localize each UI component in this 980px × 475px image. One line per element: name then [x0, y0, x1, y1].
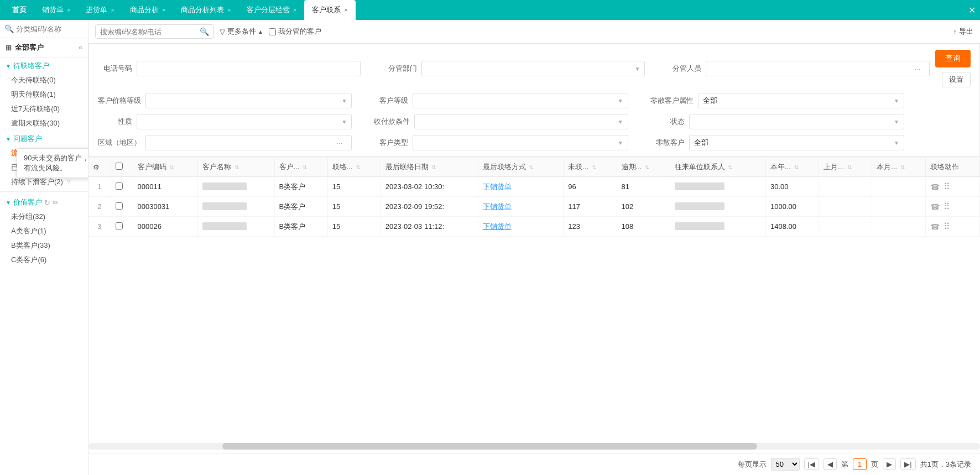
close-window-btn[interactable]: ✕	[968, 5, 976, 15]
close-contact-tab[interactable]: ×	[344, 7, 347, 13]
tab-product-analysis-list[interactable]: 商品分析列表 ×	[173, 0, 238, 20]
customer-type-select[interactable]: ▼	[413, 135, 628, 150]
payment-select[interactable]: ▼	[414, 114, 628, 129]
th-last-month[interactable]: 上月... ⇅	[819, 158, 872, 177]
sidebar-section-pending[interactable]: ▼ 待联络客户	[0, 58, 88, 73]
sidebar-item-tomorrow[interactable]: 明天待联络(1)	[0, 87, 88, 102]
row-last-method-2[interactable]: 下销货单	[478, 217, 564, 237]
th-code[interactable]: 客户编码 ⇅	[133, 158, 198, 177]
th-last-date[interactable]: 最后联络日期 ⇅	[380, 158, 478, 177]
sidebar-item-class-a[interactable]: A类客户(1)	[0, 224, 88, 238]
tab-customer-segment[interactable]: 客户分层经营 ×	[239, 0, 304, 20]
row-last-method-1[interactable]: 下销货单	[478, 197, 564, 217]
settings-btn[interactable]: 设置	[942, 72, 971, 87]
filter-customer-type: 客户类型 ▼	[374, 135, 628, 150]
phone-input[interactable]	[137, 61, 361, 76]
query-btn[interactable]: 查询	[935, 50, 971, 67]
zero-customer-select[interactable]: 全部 ▼	[689, 135, 904, 150]
row-contact-person-1	[670, 197, 765, 217]
row-code-2: 000026	[133, 217, 198, 237]
pagination: 每页显示 50 100 |◀ ◀ 第 1 页 ▶ ▶| 共1页，3条记录	[88, 453, 980, 475]
close-product-analysis-tab[interactable]: ×	[162, 7, 165, 13]
th-overdue[interactable]: 逾期... ⇅	[617, 158, 670, 177]
toolbar: 🔍 ▽ 更多条件 ▲ 我分管的客户 ↑ 导出	[88, 20, 980, 44]
filter-row-3: 性质 ▼ 收付款条件 ▼ 状态	[98, 114, 971, 129]
nature-select[interactable]: ▼	[137, 114, 352, 129]
sidebar-item-class-b[interactable]: B类客户(33)	[0, 238, 88, 253]
more-action-icon-1[interactable]: ⠿	[943, 202, 950, 211]
row-checkbox-0[interactable]	[111, 177, 133, 197]
th-this-month[interactable]: 本月... ⇅	[872, 158, 925, 177]
select-all-checkbox[interactable]	[116, 163, 123, 170]
search-box: 🔍	[95, 24, 214, 39]
th-uncontacted[interactable]: 未联... ⇅	[564, 158, 617, 177]
phone-action-icon-2[interactable]: ☎	[930, 222, 940, 231]
close-segment-tab[interactable]: ×	[293, 7, 296, 13]
th-name[interactable]: 客户名称 ⇅	[198, 158, 274, 177]
checkbox-th[interactable]	[111, 158, 133, 177]
first-page-btn[interactable]: |◀	[804, 458, 819, 470]
th-last-method[interactable]: 最后联络方式 ⇅	[478, 158, 564, 177]
grid-icon: ⊞	[6, 44, 12, 52]
price-grade-select[interactable]: ▼	[145, 93, 352, 108]
sidebar-item-class-c[interactable]: C类客户(6)	[0, 253, 88, 267]
next-page-btn[interactable]: ▶	[883, 458, 896, 470]
th-contact-count[interactable]: 联络... ⇅	[327, 158, 380, 177]
phone-action-icon-0[interactable]: ☎	[930, 182, 940, 191]
my-customers-checkbox[interactable]	[269, 28, 276, 35]
sidebar-item-7days[interactable]: 近7天待联络(0)	[0, 102, 88, 116]
tab-home[interactable]: 首页	[4, 0, 34, 20]
status-select[interactable]: ▼	[689, 114, 904, 129]
area-dots[interactable]: ···	[332, 139, 347, 147]
th-contact-person[interactable]: 往来单位联系人 ⇅	[670, 158, 765, 177]
more-action-icon-0[interactable]: ⠿	[943, 182, 950, 191]
close-sales-tab[interactable]: ×	[67, 7, 70, 13]
sort-icon-uncontacted: ⇅	[592, 164, 596, 170]
row-last-date-0: 2023-03-02 10:30:	[380, 177, 478, 197]
value-refresh-icon[interactable]: ↻	[44, 199, 50, 207]
value-edit-icon[interactable]: ✏	[53, 199, 59, 207]
per-page-select[interactable]: 50 100	[771, 458, 800, 471]
th-type[interactable]: 客户... ⇅	[274, 158, 327, 177]
current-page: 1	[853, 458, 867, 470]
sidebar-all-customers[interactable]: ⊞ 全部客户 «	[0, 38, 88, 58]
sidebar-item-overdue[interactable]: 逾期未联络(30)	[0, 116, 88, 131]
bottom-scroll[interactable]	[88, 440, 980, 453]
tab-purchase[interactable]: 进货单 ×	[78, 0, 122, 20]
grade-select[interactable]: ▼	[413, 93, 628, 108]
person-dots[interactable]: ···	[910, 65, 925, 73]
more-action-icon-2[interactable]: ⠿	[943, 222, 950, 231]
search-input[interactable]	[100, 28, 200, 36]
my-customers-checkbox-label[interactable]: 我分管的客户	[269, 27, 321, 36]
person-select[interactable]: ···	[706, 61, 930, 76]
row-checkbox-2[interactable]	[111, 217, 133, 237]
dept-select[interactable]: ▼	[421, 61, 645, 76]
filter-payment: 收付款条件 ▼	[374, 114, 628, 129]
th-this-year[interactable]: 本年... ⇅	[766, 158, 819, 177]
export-btn[interactable]: ↑ 导出	[953, 27, 974, 36]
filter-more-btn[interactable]: ▽ 更多条件 ▲	[220, 27, 263, 36]
phone-action-icon-1[interactable]: ☎	[930, 202, 940, 211]
sidebar-section-value[interactable]: ▼ 价值客户 ↻ ✏	[0, 194, 88, 210]
sidebar-item-ungrouped[interactable]: 未分组(32)	[0, 210, 88, 224]
last-page-btn[interactable]: ▶|	[900, 458, 915, 470]
prev-page-btn[interactable]: ◀	[823, 458, 837, 470]
area-select[interactable]: ···	[145, 135, 352, 150]
zero-attr-select[interactable]: 全部 ▼	[698, 93, 904, 108]
settings-th[interactable]: ⚙	[88, 158, 111, 177]
sidebar-collapse-btn[interactable]: «	[79, 44, 82, 51]
tab-sales[interactable]: 销货单 ×	[34, 0, 78, 20]
sidebar-section-problem[interactable]: ▼ 问题客户	[0, 131, 88, 146]
row-last-method-0[interactable]: 下销货单	[478, 177, 564, 197]
sidebar-search-input[interactable]	[16, 25, 88, 33]
sidebar-item-today[interactable]: 今天待联络(0)	[0, 73, 88, 87]
tab-product-analysis[interactable]: 商品分析 ×	[122, 0, 173, 20]
search-icon[interactable]: 🔍	[200, 27, 209, 36]
row-checkbox-1[interactable]	[111, 197, 133, 217]
row-last-date-2: 2023-02-03 11:12:	[380, 217, 478, 237]
close-purchase-tab[interactable]: ×	[111, 7, 114, 13]
row-this-year-0: 30.00	[766, 177, 819, 197]
row-num-1: 2	[88, 197, 111, 217]
tab-customer-contact[interactable]: 客户联系 ×	[304, 0, 355, 20]
close-product-list-tab[interactable]: ×	[227, 7, 231, 13]
